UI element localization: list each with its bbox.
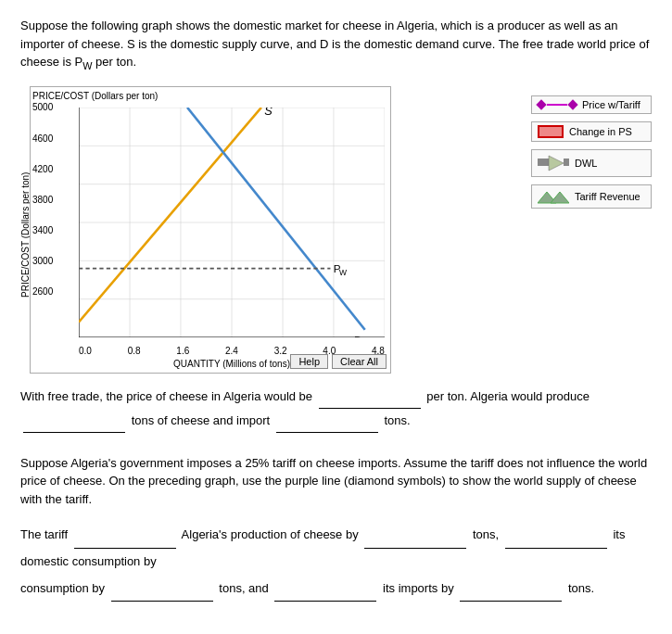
svg-text:S: S — [264, 108, 273, 118]
ytick-3800: 3800 — [32, 195, 53, 205]
legend-area: Price w/Tariff Change in PS DWL — [531, 86, 652, 374]
svg-marker-27 — [551, 192, 569, 203]
legend-price-w-tariff-label: Price w/Tariff — [582, 99, 640, 110]
ytick-3000: 3000 — [32, 255, 53, 265]
q2-suffix: tons. — [568, 581, 594, 595]
dwl-icon — [538, 153, 569, 173]
legend-price-w-tariff: Price w/Tariff — [531, 95, 652, 114]
ytick-5000: 5000 — [32, 102, 53, 112]
ytick-4200: 4200 — [32, 163, 53, 173]
legend-change-in-ps: Change in PS — [531, 121, 652, 142]
chart-plot: S D P W — [79, 108, 385, 337]
chart-container: PRICE/COST (Dollars per ton) PRICE/COST … — [20, 86, 652, 374]
q2-mid3: tons, and — [219, 581, 269, 595]
price-w-tariff-icon — [538, 101, 577, 108]
xtick-16: 1.6 — [176, 346, 189, 356]
legend-dwl: DWL — [531, 149, 652, 177]
legend-change-in-ps-label: Change in PS — [569, 126, 632, 137]
question-2-blanks: The tariff Algeria's production of chees… — [20, 522, 652, 602]
change-in-ps-icon — [538, 125, 564, 138]
question-2-intro: Suppose Algeria's government imposes a 2… — [20, 454, 652, 509]
q2-blank-blank1[interactable] — [505, 536, 607, 549]
legend-tariff-revenue-label: Tariff Revenue — [575, 191, 640, 202]
ytick-3400: 3400 — [32, 225, 53, 235]
svg-text:D: D — [353, 335, 361, 337]
q1-prefix: With free trade, the price of cheese in … — [20, 389, 312, 403]
ytick-4600: 4600 — [32, 133, 53, 143]
xtick-08: 0.8 — [128, 346, 141, 356]
q2-blank-blank2[interactable] — [274, 589, 376, 602]
chart-area: PRICE/COST (Dollars per ton) — [30, 86, 391, 374]
xtick-0: 0.0 — [79, 346, 92, 356]
q1-suffix: tons. — [384, 413, 410, 427]
intro-paragraph: Suppose the following graph shows the do… — [20, 17, 652, 73]
q2-blank-tariff[interactable] — [74, 536, 176, 549]
q2-blank-production[interactable] — [364, 536, 466, 549]
intro-text-2: per ton. — [92, 55, 136, 69]
y-axis-label: PRICE/COST (Dollars per ton) — [32, 91, 158, 101]
svg-line-16 — [79, 108, 261, 322]
q2-mid4: its imports by — [383, 581, 454, 595]
svg-line-18 — [187, 108, 365, 330]
clear-all-button[interactable]: Clear All — [332, 354, 387, 369]
ytick-2600: 2600 — [32, 286, 53, 297]
svg-rect-25 — [564, 158, 569, 166]
xtick-24: 2.4 — [225, 346, 238, 356]
pw-sub: W — [82, 55, 92, 69]
q2-intro-text: Suppose Algeria's government imposes a 2… — [20, 456, 647, 506]
svg-text:W: W — [339, 268, 347, 277]
legend-tariff-revenue: Tariff Revenue — [531, 184, 652, 209]
question-1: With free trade, the price of cheese in … — [20, 385, 652, 433]
svg-rect-23 — [538, 158, 549, 166]
q2-prefix1: The tariff — [20, 527, 68, 541]
q1-mid1: per ton. Algeria would produce — [426, 389, 590, 403]
q1-blank-price[interactable] — [319, 396, 421, 409]
q1-mid2: tons of cheese and import — [132, 413, 271, 427]
svg-marker-24 — [549, 156, 564, 171]
q2-blank-imports[interactable] — [460, 589, 562, 602]
q2-prefix2: Algeria's production of cheese by — [182, 527, 359, 541]
q2-blank-consumption[interactable] — [111, 589, 213, 602]
help-button[interactable]: Help — [290, 354, 328, 369]
button-row: Help Clear All — [290, 354, 387, 369]
q2-consumption-label: consumption by — [20, 581, 105, 595]
q1-blank-import[interactable] — [276, 420, 378, 433]
tariff-revenue-icon — [538, 188, 569, 205]
q2-mid1: tons, — [473, 527, 499, 541]
chart-svg: S D P W — [79, 108, 385, 337]
xtick-32: 3.2 — [274, 346, 287, 356]
q1-blank-produce[interactable] — [23, 420, 125, 433]
legend-dwl-label: DWL — [575, 158, 597, 169]
